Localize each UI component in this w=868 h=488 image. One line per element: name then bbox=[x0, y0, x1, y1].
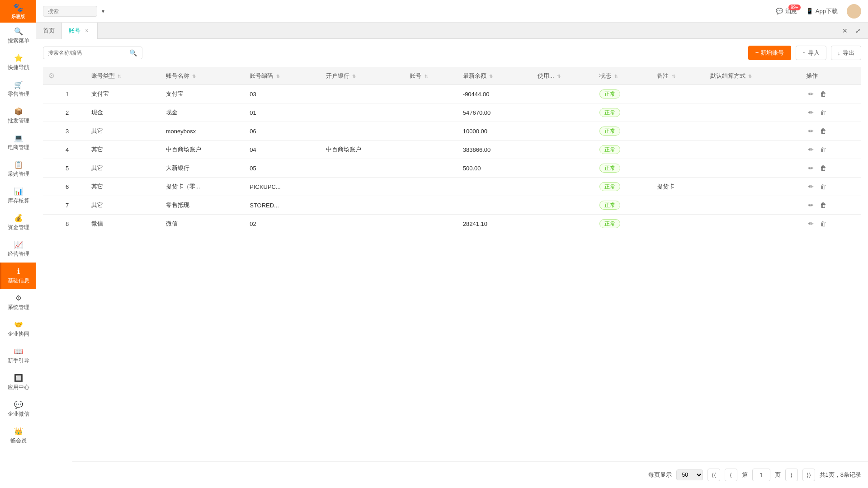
sidebar-item-inventory[interactable]: 📊 库存核算 bbox=[0, 183, 36, 209]
tab-account[interactable]: 账号 × bbox=[62, 23, 98, 39]
status-cell: 正常 bbox=[594, 103, 651, 122]
tab-home[interactable]: 首页 bbox=[36, 23, 62, 39]
topbar-dropdown[interactable]: ▾ bbox=[102, 8, 104, 14]
message-button[interactable]: 💬 消息 99+ bbox=[776, 7, 797, 15]
edit-button[interactable]: ✏ bbox=[806, 219, 816, 228]
gear-col-header[interactable]: ⚙ bbox=[43, 67, 60, 85]
delete-button[interactable]: 🗑 bbox=[818, 145, 829, 154]
bank-cell bbox=[321, 196, 405, 215]
purchase-icon: 📋 bbox=[14, 160, 23, 169]
balance-cell: -90444.00 bbox=[458, 85, 532, 103]
delete-button[interactable]: 🗑 bbox=[818, 182, 829, 191]
sidebar-item-operations-mgmt[interactable]: 📈 经营管理 bbox=[0, 236, 36, 263]
index-cell: 1 bbox=[60, 85, 86, 103]
account-cell bbox=[404, 122, 458, 141]
tab-close-button[interactable]: ✕ bbox=[840, 25, 850, 36]
type-col-header[interactable]: 账号类型 ⇅ bbox=[86, 67, 160, 85]
sidebar-item-finance-mgmt[interactable]: 💰 资金管理 bbox=[0, 209, 36, 236]
status-badge: 正常 bbox=[599, 219, 620, 228]
type-col-label: 账号类型 bbox=[91, 72, 115, 79]
sidebar-item-enterprise-agreement[interactable]: 🤝 企业协同 bbox=[0, 316, 36, 343]
message-icon: 💬 bbox=[776, 8, 783, 14]
status-badge: 正常 bbox=[599, 164, 620, 173]
remark-cell: 提货卡 bbox=[651, 178, 705, 196]
edit-button[interactable]: ✏ bbox=[806, 89, 816, 99]
delete-button[interactable]: 🗑 bbox=[818, 164, 829, 173]
user-avatar[interactable] bbox=[847, 4, 861, 19]
sidebar-item-beginner-guide[interactable]: 📖 新手引导 bbox=[0, 343, 36, 369]
delete-button[interactable]: 🗑 bbox=[818, 89, 829, 99]
delete-button[interactable]: 🗑 bbox=[818, 201, 829, 210]
sidebar-item-system-mgmt[interactable]: ⚙ 系统管理 bbox=[0, 289, 36, 316]
remark-col-header[interactable]: 备注 ⇅ bbox=[651, 67, 705, 85]
name-col-label: 账号名称 bbox=[166, 72, 189, 79]
sidebar-item-label: 新手引导 bbox=[8, 357, 29, 365]
gear-cell bbox=[43, 178, 60, 196]
sidebar-item-app-center[interactable]: 🔲 应用中心 bbox=[0, 369, 36, 396]
action-cell: ✏ 🗑 bbox=[801, 159, 861, 178]
status-badge: 正常 bbox=[599, 127, 620, 136]
add-account-button[interactable]: + 新增账号 bbox=[748, 46, 791, 60]
sidebar-item-search-menu[interactable]: 🔍 搜索菜单 bbox=[0, 23, 36, 49]
bank-cell: 中百商场账户 bbox=[321, 141, 405, 159]
default-settle-cell bbox=[705, 215, 801, 233]
edit-button[interactable]: ✏ bbox=[806, 201, 816, 210]
name-col-header[interactable]: 账号名称 ⇅ bbox=[160, 67, 245, 85]
delete-button[interactable]: 🗑 bbox=[818, 127, 829, 136]
sidebar-item-purchase-mgmt[interactable]: 📋 采购管理 bbox=[0, 156, 36, 183]
page-content: 🔍 + 新增账号 ↑ 导入 ↓ 导出 bbox=[36, 39, 868, 488]
table-header-row: ⚙ 账号类型 ⇅ 账号名称 ⇅ 账号编码 ⇅ bbox=[43, 67, 861, 85]
code-col-label: 账号编码 bbox=[250, 72, 273, 79]
usage-cell bbox=[532, 178, 594, 196]
name-cell: 中百商场账户 bbox=[160, 141, 245, 159]
prev-page-button[interactable]: ⟨ bbox=[725, 469, 737, 481]
app-download-button[interactable]: 📱 App下载 bbox=[806, 7, 838, 15]
delete-button[interactable]: 🗑 bbox=[818, 219, 829, 228]
first-page-button[interactable]: ⟨⟨ bbox=[708, 469, 720, 481]
balance-cell bbox=[458, 196, 532, 215]
page-size-select[interactable]: 50 100 200 bbox=[676, 469, 703, 480]
bank-col-header[interactable]: 开户银行 ⇅ bbox=[321, 67, 405, 85]
topbar: ▾ 💬 消息 99+ 📱 App下载 bbox=[36, 0, 868, 23]
sidebar-item-vip-member[interactable]: 👑 畅会员 bbox=[0, 422, 36, 449]
action-cell: ✏ 🗑 bbox=[801, 103, 861, 122]
index-cell: 5 bbox=[60, 159, 86, 178]
last-page-button[interactable]: ⟩⟩ bbox=[802, 469, 815, 481]
edit-button[interactable]: ✏ bbox=[806, 182, 816, 191]
usage-cell bbox=[532, 159, 594, 178]
code-cell: 01 bbox=[244, 103, 320, 122]
account-col-header[interactable]: 账号 ⇅ bbox=[404, 67, 458, 85]
sidebar-item-retail-mgmt[interactable]: 🛒 零售管理 bbox=[0, 76, 36, 103]
enterprise-agreement-icon: 🤝 bbox=[14, 320, 23, 329]
topbar-search-input[interactable] bbox=[43, 6, 97, 17]
sidebar-item-enterprise-wechat[interactable]: 💬 企业微信 bbox=[0, 396, 36, 422]
status-col-header[interactable]: 状态 ⇅ bbox=[594, 67, 651, 85]
sidebar-item-wholesale-mgmt[interactable]: 📦 批发管理 bbox=[0, 103, 36, 129]
search-input[interactable] bbox=[48, 50, 129, 56]
import-button[interactable]: ↑ 导入 bbox=[796, 46, 826, 60]
page-number-input[interactable] bbox=[752, 469, 770, 481]
remark-cell bbox=[651, 215, 705, 233]
sidebar-item-quick-nav[interactable]: ⭐ 快捷导航 bbox=[0, 49, 36, 76]
edit-button[interactable]: ✏ bbox=[806, 164, 816, 173]
tab-maximize-button[interactable]: ⤢ bbox=[853, 25, 863, 36]
default-settle-col-header[interactable]: 默认结算方式 ⇅ bbox=[705, 67, 801, 85]
next-page-button[interactable]: ⟩ bbox=[785, 469, 798, 481]
usage-col-header[interactable]: 使用... ⇅ bbox=[532, 67, 594, 85]
sidebar-item-ecommerce-mgmt[interactable]: 💻 电商管理 bbox=[0, 129, 36, 156]
export-button[interactable]: ↓ 导出 bbox=[831, 46, 862, 60]
sidebar-item-basic-info[interactable]: ℹ 基础信息 bbox=[0, 263, 36, 289]
edit-button[interactable]: ✏ bbox=[806, 145, 816, 154]
code-col-header[interactable]: 账号编码 ⇅ bbox=[244, 67, 320, 85]
index-cell: 7 bbox=[60, 196, 86, 215]
delete-button[interactable]: 🗑 bbox=[818, 108, 829, 117]
main-area: ▾ 💬 消息 99+ 📱 App下载 首页 账号 × ✕ ⤢ bbox=[36, 0, 868, 488]
edit-button[interactable]: ✏ bbox=[806, 127, 816, 136]
type-cell: 现金 bbox=[86, 103, 160, 122]
balance-col-header[interactable]: 最新余额 ⇅ bbox=[458, 67, 532, 85]
tab-close-icon[interactable]: × bbox=[83, 27, 90, 34]
retail-mgmt-icon: 🛒 bbox=[14, 80, 23, 89]
bank-cell bbox=[321, 103, 405, 122]
edit-button[interactable]: ✏ bbox=[806, 108, 816, 117]
status-badge: 正常 bbox=[599, 182, 620, 191]
